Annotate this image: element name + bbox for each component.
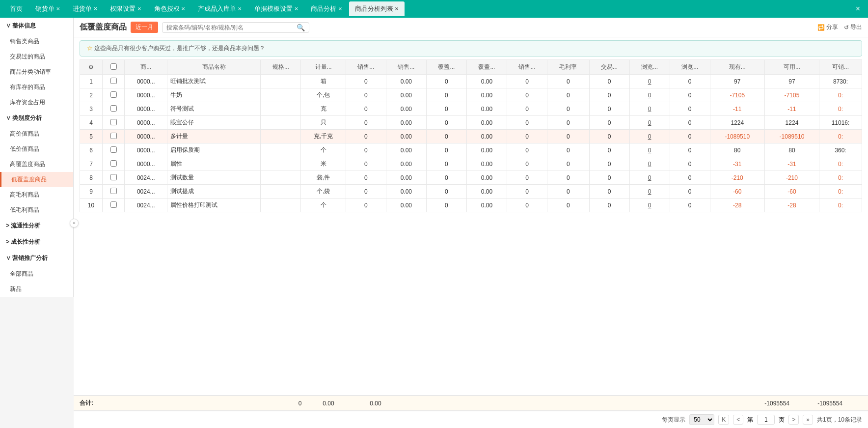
row-unit: 箱	[301, 75, 346, 88]
nav-sales[interactable]: 销货单 ×	[29, 1, 66, 16]
column-settings[interactable]: ⚙	[80, 60, 103, 75]
nav-analysis-list[interactable]: 商品分析列表 ×	[349, 1, 405, 16]
sidebar-section-circulation[interactable]: > 流通性分析	[0, 218, 73, 234]
row-browse1[interactable]: 0	[629, 75, 670, 88]
row-select-checkbox[interactable]	[110, 160, 117, 167]
row-checkbox[interactable]	[103, 143, 125, 157]
row-checkbox[interactable]	[103, 102, 125, 116]
top-nav: 首页 销货单 × 进货单 × 权限设置 × 角色授权 × 产成品入库单 × 单据…	[0, 0, 868, 18]
row-sales3: 0	[507, 102, 547, 116]
row-select-checkbox[interactable]	[110, 105, 117, 112]
row-checkbox[interactable]	[103, 171, 125, 185]
sidebar-collapse-button[interactable]: «	[70, 219, 79, 228]
export-icon: ↺	[844, 24, 849, 31]
row-browse1[interactable]: 0	[629, 130, 670, 143]
sidebar-item-traded[interactable]: 交易过的商品	[0, 49, 73, 64]
sidebar-item-new-goods[interactable]: 新品	[0, 282, 73, 297]
row-checkbox[interactable]	[103, 75, 125, 88]
row-unit: 袋,件	[301, 171, 346, 185]
sidebar-item-high-value[interactable]: 高价值商品	[0, 126, 73, 142]
sidebar-section-growth[interactable]: > 成长性分析	[0, 234, 73, 250]
sidebar-section-category[interactable]: ∨ 类别度分析	[0, 110, 73, 126]
row-browse1[interactable]: 0	[629, 199, 670, 212]
sidebar-section-marketing[interactable]: ∨ 营销推广分析	[0, 250, 73, 266]
row-select-checkbox[interactable]	[110, 188, 117, 194]
row-sales1: 0	[346, 130, 386, 143]
page-label: 第	[747, 416, 753, 424]
total-sales1: 0	[288, 400, 312, 407]
row-browse1[interactable]: 0	[629, 88, 670, 102]
row-browse1[interactable]: 0	[629, 157, 670, 171]
row-stock3: 0:	[819, 185, 862, 199]
nav-product[interactable]: 产成品入库单 ×	[192, 1, 247, 16]
row-checkbox[interactable]	[103, 116, 125, 130]
export-button[interactable]: ↺ 导出	[844, 23, 862, 31]
nav-role[interactable]: 角色授权 ×	[148, 1, 191, 16]
row-browse1[interactable]: 0	[629, 171, 670, 185]
row-stock2: 97	[764, 75, 819, 88]
sidebar-item-low-coverage[interactable]: 低覆盖度商品	[0, 172, 73, 187]
sidebar-item-sales-goods[interactable]: 销售类商品	[0, 34, 73, 49]
row-browse1[interactable]: 0	[629, 185, 670, 199]
row-gross: 0	[547, 130, 590, 143]
row-select-checkbox[interactable]	[110, 133, 117, 139]
row-name: 测试提成	[167, 185, 261, 199]
search-icon[interactable]: 🔍	[297, 24, 305, 31]
sidebar-item-stock-value[interactable]: 库存资金占用	[0, 95, 73, 110]
row-cover1: 0	[426, 75, 466, 88]
content-header: 低覆盖度商品 近一月 🔍 🔁 分享 ↺ 导出	[74, 18, 868, 37]
sidebar-item-high-coverage[interactable]: 高覆盖度商品	[0, 157, 73, 172]
nav-purchase[interactable]: 进货单 ×	[67, 1, 103, 16]
share-button[interactable]: 🔁 分享	[817, 23, 838, 31]
table-area[interactable]: ⚙ 商... 商品名称 规格... 计量... 销售... 销售... 覆盖..…	[74, 59, 868, 395]
nav-analysis[interactable]: 商品分析 ×	[305, 1, 348, 16]
nav-permission[interactable]: 权限设置 ×	[104, 1, 147, 16]
table-row: 6 0000... 启用保质期 个 0 0.00 0 0.00 0 0 0 0 …	[80, 143, 862, 157]
row-unit: 只	[301, 116, 346, 130]
row-select-checkbox[interactable]	[110, 174, 117, 180]
row-select-checkbox[interactable]	[110, 146, 117, 153]
row-gross: 0	[547, 75, 590, 88]
row-browse1[interactable]: 0	[629, 116, 670, 130]
row-select-checkbox[interactable]	[110, 78, 117, 84]
row-checkbox[interactable]	[103, 130, 125, 143]
row-sales1: 0	[346, 102, 386, 116]
window-close-button[interactable]: ×	[852, 2, 864, 15]
first-page-button[interactable]: K	[718, 415, 729, 425]
row-select-checkbox[interactable]	[110, 91, 117, 98]
select-all-checkbox[interactable]	[110, 63, 117, 70]
row-spec	[261, 185, 301, 199]
sidebar-section-growth-label: > 成长性分析	[6, 238, 40, 246]
row-num: 10	[80, 199, 103, 212]
nav-template[interactable]: 单据模板设置 ×	[248, 1, 304, 16]
sidebar-item-category-rate[interactable]: 商品分类动销率	[0, 64, 73, 80]
row-select-checkbox[interactable]	[110, 119, 117, 125]
prev-page-button[interactable]: <	[733, 415, 743, 425]
sidebar-section-overall[interactable]: ∨ 整体信息	[0, 18, 73, 34]
page-size-select[interactable]: 50 10 20 100	[689, 414, 714, 425]
row-checkbox[interactable]	[103, 88, 125, 102]
row-browse1[interactable]: 0	[629, 102, 670, 116]
page-title: 低覆盖度商品	[80, 22, 127, 32]
row-checkbox[interactable]	[103, 185, 125, 199]
sidebar-item-in-stock[interactable]: 有库存的商品	[0, 80, 73, 95]
row-gross: 0	[547, 157, 590, 171]
row-browse1[interactable]: 0	[629, 143, 670, 157]
sidebar-item-low-margin[interactable]: 低毛利商品	[0, 202, 73, 218]
row-checkbox[interactable]	[103, 157, 125, 171]
nav-home[interactable]: 首页	[4, 1, 28, 16]
table-footer: 合计: 0 0.00 0.00 -1095554 -1095554	[74, 395, 868, 411]
next-page-button[interactable]: >	[788, 415, 799, 425]
row-cover2: 0.00	[466, 185, 507, 199]
sidebar-item-all-goods[interactable]: 全部商品	[0, 266, 73, 282]
row-trade: 0	[589, 171, 629, 185]
row-select-checkbox[interactable]	[110, 201, 117, 208]
last-page-button[interactable]: »	[803, 415, 813, 425]
search-input[interactable]	[166, 24, 295, 31]
sidebar-item-low-value[interactable]: 低价值商品	[0, 142, 73, 157]
row-checkbox[interactable]	[103, 199, 125, 212]
page-input[interactable]	[757, 415, 775, 425]
sidebar-item-high-margin[interactable]: 高毛利商品	[0, 187, 73, 202]
row-stock2: -28	[764, 199, 819, 212]
period-button[interactable]: 近一月	[131, 22, 158, 33]
